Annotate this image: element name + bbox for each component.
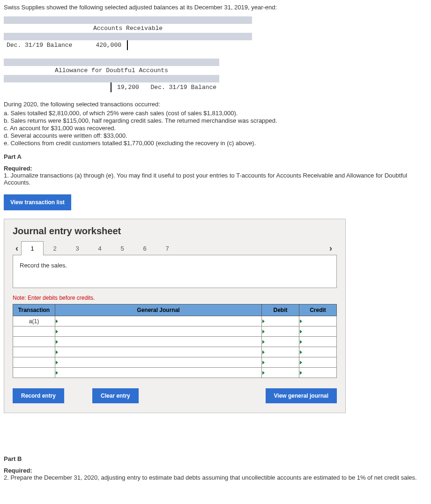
tab-6[interactable]: 6 <box>134 241 156 255</box>
dropdown-arrow-icon <box>300 361 302 364</box>
cell-debit-input[interactable] <box>262 368 299 378</box>
cell-debit-input[interactable] <box>262 347 299 357</box>
cell-gj-dropdown[interactable] <box>55 357 262 368</box>
required-a-label: Required: <box>4 165 427 172</box>
journal-entry-worksheet: Journal entry worksheet ‹ 1 2 3 4 5 6 7 … <box>4 219 346 413</box>
t-account-ar: Accounts Receivable Dec. 31/19 Balance 4… <box>4 16 427 50</box>
required-b-label: Required: <box>4 467 427 474</box>
dropdown-arrow-icon <box>300 330 302 334</box>
line-c: c. An account for $31,000 was recovered. <box>4 125 427 132</box>
dropdown-arrow-icon <box>262 340 265 344</box>
dropdown-arrow-icon <box>262 361 265 364</box>
table-row <box>13 357 337 368</box>
tab-7[interactable]: 7 <box>156 241 178 255</box>
tab-3[interactable]: 3 <box>66 241 89 255</box>
dropdown-arrow-icon <box>300 319 302 323</box>
dropdown-arrow-icon <box>56 340 58 344</box>
cell-debit-input[interactable] <box>262 316 299 326</box>
prompt-box: Record the sales. <box>13 255 337 288</box>
intro-text: Swiss Supplies showed the following sele… <box>4 4 427 11</box>
worksheet-tabs: ‹ 1 2 3 4 5 6 7 › <box>13 241 337 255</box>
cell-credit-input[interactable] <box>299 316 337 326</box>
required-a-text: 1. Journalize transactions (a) through (… <box>4 172 427 186</box>
cell-debit-input[interactable] <box>262 326 299 337</box>
tab-5[interactable]: 5 <box>111 241 134 255</box>
line-d: d. Several accounts were written off: $3… <box>4 132 427 139</box>
table-row <box>13 326 337 337</box>
cell-transaction <box>13 337 55 347</box>
cell-debit-input[interactable] <box>262 357 299 368</box>
cell-transaction <box>13 357 55 368</box>
part-b-label: Part B <box>4 455 427 462</box>
cell-transaction <box>13 326 55 337</box>
cell-credit-input[interactable] <box>299 357 337 368</box>
t-account-allowance: Allowance for Doubtful Accounts 19,200 D… <box>4 59 427 92</box>
dropdown-arrow-icon <box>56 330 58 334</box>
cell-credit-input[interactable] <box>299 368 337 378</box>
table-row: a(1) <box>13 316 337 326</box>
dropdown-arrow-icon <box>262 330 265 334</box>
cell-debit-input[interactable] <box>262 337 299 347</box>
dropdown-arrow-icon <box>262 350 265 354</box>
th-transaction: Transaction <box>13 304 55 316</box>
part-a-label: Part A <box>4 153 427 160</box>
allowance-label: Dec. 31/19 Balance <box>139 84 216 91</box>
cell-gj-dropdown[interactable] <box>55 368 262 378</box>
dropdown-arrow-icon <box>300 371 302 375</box>
line-a: a. Sales totalled $2,810,000, of which 2… <box>4 110 427 117</box>
cell-gj-dropdown[interactable] <box>55 316 262 326</box>
dropdown-arrow-icon <box>56 371 58 375</box>
tab-2[interactable]: 2 <box>44 241 66 255</box>
t-account-ar-title: Accounts Receivable <box>4 24 252 33</box>
cell-transaction-1: a(1) <box>13 316 55 326</box>
cell-credit-input[interactable] <box>299 326 337 337</box>
journal-entry-table: Transaction General Journal Debit Credit… <box>13 304 337 378</box>
line-e: e. Collections from credit customers tot… <box>4 140 427 147</box>
cell-gj-dropdown[interactable] <box>55 326 262 337</box>
required-b-text: 2. Prepare the December 31, 2020, adjust… <box>4 474 427 481</box>
tab-4[interactable]: 4 <box>89 241 111 255</box>
dropdown-arrow-icon <box>56 350 58 354</box>
dropdown-arrow-icon <box>262 371 265 375</box>
cell-credit-input[interactable] <box>299 347 337 357</box>
dropdown-arrow-icon <box>56 361 58 364</box>
chevron-left-icon[interactable]: ‹ <box>13 244 21 253</box>
th-debit: Debit <box>262 304 299 316</box>
allowance-title: Allowance for Doubtful Accounts <box>4 66 219 75</box>
dropdown-arrow-icon <box>300 350 302 354</box>
table-row <box>13 337 337 347</box>
chevron-right-icon[interactable]: › <box>327 244 335 253</box>
table-row <box>13 347 337 357</box>
clear-entry-button[interactable]: Clear entry <box>92 388 139 403</box>
dropdown-arrow-icon <box>300 340 302 344</box>
ar-left-amount: 420,000 <box>96 42 124 49</box>
cell-gj-dropdown[interactable] <box>55 347 262 357</box>
view-general-journal-button[interactable]: View general journal <box>266 388 337 403</box>
th-credit: Credit <box>299 304 337 316</box>
cell-transaction <box>13 347 55 357</box>
prompt-text: Record the sales. <box>20 262 330 269</box>
view-transaction-list-button[interactable]: View transaction list <box>4 194 71 210</box>
allowance-amount: 19,200 <box>114 84 139 91</box>
dropdown-arrow-icon <box>262 319 265 323</box>
th-general-journal: General Journal <box>55 304 262 316</box>
during-intro: During 2020, the following selected tran… <box>4 101 427 108</box>
record-entry-button[interactable]: Record entry <box>13 388 64 403</box>
ar-left-label: Dec. 31/19 Balance <box>7 42 96 49</box>
dropdown-arrow-icon <box>56 319 58 323</box>
tab-1[interactable]: 1 <box>21 241 44 255</box>
cell-transaction <box>13 368 55 378</box>
table-row <box>13 368 337 378</box>
cell-gj-dropdown[interactable] <box>55 337 262 347</box>
line-b: b. Sales returns were $115,000, half reg… <box>4 117 427 124</box>
note-text: Note: Enter debits before credits. <box>13 295 337 301</box>
cell-credit-input[interactable] <box>299 337 337 347</box>
worksheet-title: Journal entry worksheet <box>13 226 337 237</box>
